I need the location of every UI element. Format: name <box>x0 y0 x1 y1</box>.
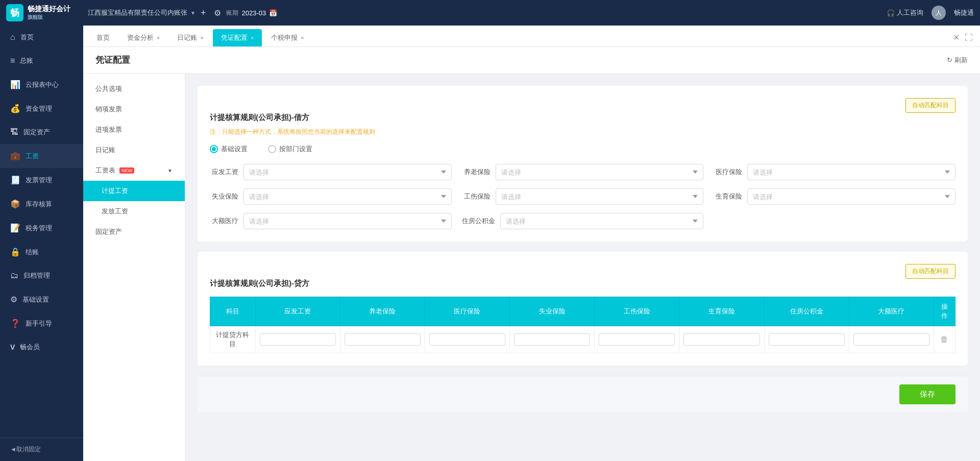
tax-icon: 📝 <box>10 223 20 233</box>
sidebar-item-label: 归档管理 <box>23 271 50 280</box>
cell-ylbx2 <box>425 326 509 353</box>
ylbx-select[interactable]: 请选择 <box>496 164 704 180</box>
cell-dayl <box>849 326 934 353</box>
sidebar-item-home[interactable]: ⌂ 首页 <box>0 26 83 49</box>
delete-row-button[interactable]: 🗑 <box>940 335 948 344</box>
cell-ylbx-input[interactable] <box>345 333 421 346</box>
sybx2-select[interactable]: 请选择 <box>747 188 955 205</box>
sidebar-item-capital[interactable]: 💰 资金管理 <box>0 96 83 120</box>
gsbx-select[interactable]: 请选择 <box>496 188 704 205</box>
form-area: 自动匹配科目 计提核算规则(公司承担)-借方 注：只能选择一种方式，系统将按照您… <box>185 74 980 461</box>
calendar-icon[interactable]: 📅 <box>269 9 277 17</box>
sidebar-item-settings[interactable]: ⚙ 基础设置 <box>0 287 83 311</box>
tab-journal[interactable]: 日记账 × <box>169 29 211 46</box>
tab-journal-close[interactable]: × <box>200 35 203 41</box>
radio-group: 基础设置 按部门设置 <box>210 144 955 154</box>
sidebar-item-label: 资金管理 <box>26 104 52 113</box>
cell-gsbx-input[interactable] <box>599 333 675 346</box>
cell-gsbx <box>595 326 679 353</box>
left-nav-purchase-invoice[interactable]: 进项发票 <box>83 119 185 140</box>
tab-bar: 首页 资金分析 × 日记账 × 凭证配置 × 个税申报 × ✕ ⛶ <box>83 26 980 47</box>
sidebar-item-fixed-assets[interactable]: 🏗 固定资产 <box>0 120 83 144</box>
main-layout: ⌂ 首页 ≡ 总账 📊 云报表中心 💰 资金管理 🏗 固定资产 💼 工资 🧾 发… <box>0 26 980 461</box>
dayl-label: 大额医疗 <box>210 216 238 226</box>
cell-gjj-input[interactable] <box>769 333 845 346</box>
period-value: 2023-03 <box>241 9 266 17</box>
sidebar-item-member[interactable]: V 畅会员 <box>0 335 83 359</box>
auto-match-debit-button[interactable]: 自动匹配科目 <box>905 98 955 113</box>
cell-ylbx2-input[interactable] <box>429 333 505 346</box>
sidebar-item-label: 库存核算 <box>26 200 52 209</box>
field-dayl: 大额医疗 请选择 <box>210 213 452 229</box>
home-icon: ⌂ <box>10 33 15 42</box>
left-nav-pay-salary[interactable]: 发放工资 <box>83 201 185 222</box>
page-title: 凭证配置 <box>95 54 130 66</box>
settings-icon[interactable]: ⚙ <box>214 8 221 18</box>
save-button[interactable]: 保存 <box>899 384 955 404</box>
ylbx2-select[interactable]: 请选择 <box>747 164 955 180</box>
sidebar-item-inventory[interactable]: 📦 库存核算 <box>0 192 83 216</box>
col-gsbx: 工伤保险 <box>595 297 679 326</box>
field-gjj: 住房公积金 请选择 <box>462 213 704 229</box>
tab-tax-close[interactable]: × <box>301 35 304 41</box>
left-nav-accrual[interactable]: 计提工资 <box>83 181 185 201</box>
cancel-fixed-label: ◄取消固定 <box>10 445 41 454</box>
tab-voucher-config[interactable]: 凭证配置 × <box>213 29 262 46</box>
auto-match-credit-button[interactable]: 自动匹配科目 <box>905 264 955 279</box>
tab-home[interactable]: 首页 <box>88 29 118 46</box>
tab-voucher-close[interactable]: × <box>251 35 254 41</box>
close-window-icon[interactable]: ✕ <box>953 33 960 42</box>
sidebar-item-invoice[interactable]: 🧾 发票管理 <box>0 168 83 192</box>
cell-sybx-input[interactable] <box>514 333 590 346</box>
left-nav-journal[interactable]: 日记账 <box>83 140 185 160</box>
add-icon[interactable]: + <box>201 8 206 18</box>
sidebar-item-archive[interactable]: 🗂 归档管理 <box>0 264 83 287</box>
refresh-icon: ↻ <box>947 56 952 64</box>
left-nav-fixed-assets[interactable]: 固定资产 <box>83 222 185 242</box>
sidebar-item-reports[interactable]: 📊 云报表中心 <box>0 72 83 96</box>
sidebar-item-ledger[interactable]: ≡ 总账 <box>0 49 83 72</box>
cell-yfgz <box>255 326 340 353</box>
cell-dayl-input[interactable] <box>853 333 929 346</box>
yfgz-select[interactable]: 请选择 <box>243 164 452 180</box>
sidebar-item-label: 畅会员 <box>20 343 40 352</box>
company-selector[interactable]: 江西服宝精品有限责任公司内账张 ▼ <box>88 8 195 17</box>
col-sybx2: 生育保险 <box>679 297 764 326</box>
left-nav-salary-table[interactable]: 工资表 NEW ▼ <box>83 160 185 181</box>
dayl-select[interactable]: 请选择 <box>243 213 452 229</box>
consult-area[interactable]: 🎧 人工咨询 <box>887 8 923 17</box>
gjj-label: 住房公积金 <box>462 216 495 226</box>
sidebar-item-tax[interactable]: 📝 税务管理 <box>0 216 83 240</box>
table-row: 计提贷方科目 🗑 <box>210 326 955 353</box>
sidebar-item-label: 发票管理 <box>26 176 52 185</box>
cancel-fixed-button[interactable]: ◄取消固定 <box>0 438 83 461</box>
save-bar: 保存 <box>198 376 968 413</box>
radio-by-dept[interactable]: 按部门设置 <box>268 144 312 154</box>
expand-window-icon[interactable]: ⛶ <box>965 33 973 42</box>
refresh-button[interactable]: ↻ 刷新 <box>947 56 968 65</box>
left-nav-public[interactable]: 公共选项 <box>83 79 185 99</box>
sybx-select[interactable]: 请选择 <box>243 188 452 205</box>
gjj-select[interactable]: 请选择 <box>500 213 704 229</box>
cell-yfgz-input[interactable] <box>260 333 336 346</box>
avatar: 人 <box>932 6 946 20</box>
cell-action: 🗑 <box>934 326 955 353</box>
sidebar-item-salary[interactable]: 💼 工资 <box>0 144 83 168</box>
tab-capital[interactable]: 资金分析 × <box>119 29 168 46</box>
sidebar-item-guide[interactable]: ❓ 新手引导 <box>0 311 83 335</box>
tab-tax[interactable]: 个税申报 × <box>263 29 312 46</box>
row-subject-label: 计提贷方科目 <box>210 326 256 353</box>
left-nav: 公共选项 销项发票 进项发票 日记账 工资表 NEW ▼ <box>83 74 185 461</box>
tab-capital-close[interactable]: × <box>157 35 160 41</box>
cell-sybx2 <box>679 326 764 353</box>
sidebar-item-close[interactable]: 🔒 结账 <box>0 240 83 264</box>
tab-home-label: 首页 <box>96 33 110 42</box>
cell-gjj <box>764 326 849 353</box>
consult-label: 人工咨询 <box>897 8 923 17</box>
radio-basic[interactable]: 基础设置 <box>210 144 248 154</box>
logo-area: 畅 畅捷通好会计 旗舰版 <box>6 4 83 21</box>
left-nav-sales-invoice[interactable]: 销项发票 <box>83 99 185 119</box>
left-nav-public-label: 公共选项 <box>95 84 122 93</box>
tab-capital-label: 资金分析 <box>127 33 154 42</box>
cell-sybx2-input[interactable] <box>683 333 760 346</box>
